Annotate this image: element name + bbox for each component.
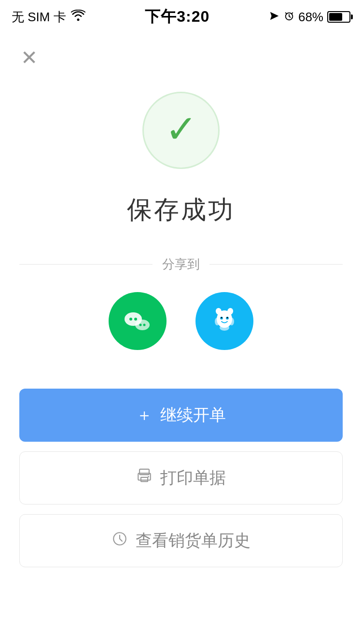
battery-percent: 68% bbox=[298, 10, 323, 25]
clock-icon bbox=[111, 531, 128, 551]
history-label: 查看销货单历史 bbox=[136, 530, 251, 552]
location-icon bbox=[269, 10, 280, 25]
svg-point-2 bbox=[129, 318, 132, 321]
main-content: ✓ 保存成功 分享到 bbox=[0, 82, 362, 644]
printer-icon bbox=[136, 468, 153, 488]
share-label: 分享到 bbox=[162, 256, 200, 273]
share-wechat-button[interactable] bbox=[109, 292, 167, 350]
svg-rect-20 bbox=[141, 477, 148, 482]
qq-icon bbox=[208, 305, 241, 337]
print-label: 打印单据 bbox=[160, 467, 226, 489]
svg-point-13 bbox=[215, 318, 220, 325]
share-icons-container bbox=[109, 292, 253, 350]
status-right: 68% bbox=[269, 10, 350, 25]
checkmark-icon: ✓ bbox=[165, 110, 197, 149]
divider-line-left bbox=[19, 264, 153, 265]
wifi-icon bbox=[71, 10, 85, 25]
svg-rect-18 bbox=[139, 469, 149, 475]
status-bar: 无 SIM 卡 下午3:20 68% bbox=[0, 0, 362, 34]
close-icon: ✕ bbox=[21, 48, 38, 68]
status-time: 下午3:20 bbox=[145, 6, 209, 28]
svg-point-3 bbox=[134, 318, 137, 321]
print-button[interactable]: 打印单据 bbox=[19, 451, 343, 504]
share-divider: 分享到 bbox=[19, 256, 343, 273]
sim-text: 无 SIM 卡 bbox=[12, 9, 66, 26]
svg-point-12 bbox=[220, 325, 229, 331]
svg-point-5 bbox=[139, 324, 142, 326]
plus-icon: ＋ bbox=[136, 404, 153, 426]
svg-point-6 bbox=[143, 324, 146, 326]
svg-point-4 bbox=[135, 320, 150, 330]
share-qq-button[interactable] bbox=[195, 292, 253, 350]
divider-line-right bbox=[209, 264, 343, 265]
continue-label: 继续开单 bbox=[160, 404, 226, 426]
status-left: 无 SIM 卡 bbox=[12, 9, 85, 26]
history-button[interactable]: 查看销货单历史 bbox=[19, 514, 343, 567]
alarm-icon bbox=[284, 10, 294, 25]
success-circle: ✓ bbox=[142, 92, 220, 169]
wechat-icon bbox=[121, 305, 154, 337]
success-title: 保存成功 bbox=[127, 193, 235, 227]
svg-point-14 bbox=[229, 318, 234, 325]
close-button[interactable]: ✕ bbox=[14, 43, 43, 72]
battery-icon bbox=[327, 11, 350, 23]
svg-point-21 bbox=[148, 476, 149, 477]
continue-button[interactable]: ＋ 继续开单 bbox=[19, 389, 343, 442]
